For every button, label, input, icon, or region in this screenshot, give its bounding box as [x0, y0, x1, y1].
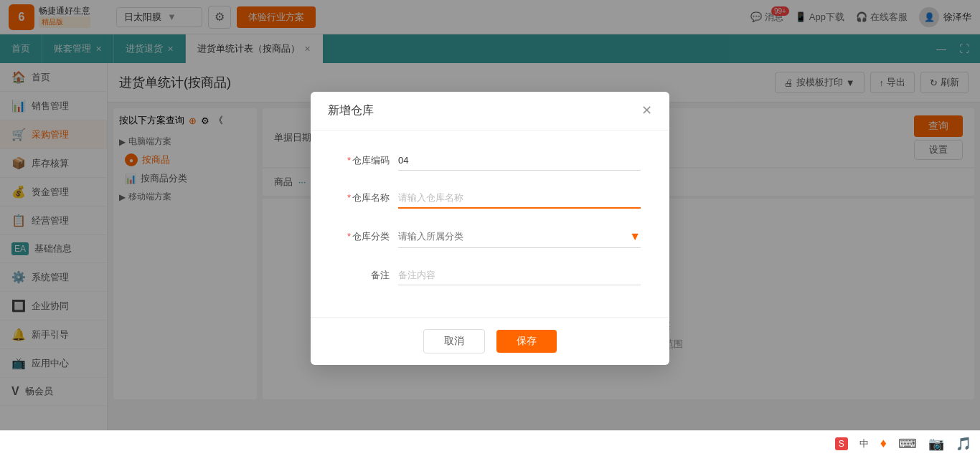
warehouse-code-row: *仓库编码 — [339, 151, 641, 171]
warehouse-name-label: *仓库名称 — [339, 191, 390, 204]
app-footer: S 中 ♦ ⌨ 📷 🎵 — [0, 430, 980, 456]
warehouse-code-label: *仓库编码 — [339, 154, 390, 167]
footer-camera-icon[interactable]: 📷 — [928, 436, 944, 452]
warehouse-category-label: *仓库分类 — [339, 230, 390, 243]
modal-header: 新增仓库 ✕ — [311, 92, 669, 130]
warehouse-category-row: *仓库分类 ▼ — [339, 226, 641, 248]
modal-close-btn[interactable]: ✕ — [641, 104, 652, 117]
modal-body: *仓库编码 *仓库名称 *仓库分类 ▼ — [311, 130, 669, 317]
warehouse-remark-input[interactable] — [398, 265, 641, 285]
category-input[interactable] — [398, 231, 629, 242]
warehouse-remark-row: 备注 — [339, 265, 641, 285]
required-star-name: * — [347, 192, 351, 203]
modal-backdrop: 新增仓库 ✕ *仓库编码 *仓库名称 *仓库分类 — [0, 0, 980, 456]
modal-footer: 取消 保存 — [311, 317, 669, 365]
footer-zh-icon[interactable]: 中 — [859, 437, 869, 450]
warehouse-name-row: *仓库名称 — [339, 188, 641, 209]
warehouse-remark-label: 备注 — [339, 269, 390, 282]
warehouse-name-input[interactable] — [398, 188, 641, 209]
add-warehouse-modal: 新增仓库 ✕ *仓库编码 *仓库名称 *仓库分类 — [311, 92, 669, 365]
warehouse-code-input[interactable] — [398, 151, 641, 171]
modal-title: 新增仓库 — [328, 103, 374, 118]
category-dropdown-icon: ▼ — [629, 230, 641, 243]
cancel-button[interactable]: 取消 — [423, 329, 485, 353]
required-star-category: * — [347, 231, 351, 242]
save-button[interactable]: 保存 — [496, 330, 557, 353]
required-star-code: * — [347, 155, 351, 166]
footer-music-icon[interactable]: 🎵 — [956, 436, 971, 452]
footer-keyboard-icon[interactable]: ⌨ — [898, 436, 917, 452]
footer-lang-icon[interactable]: S — [835, 437, 848, 450]
footer-dot-icon: ♦ — [880, 436, 887, 451]
warehouse-category-select[interactable]: ▼ — [398, 226, 641, 248]
